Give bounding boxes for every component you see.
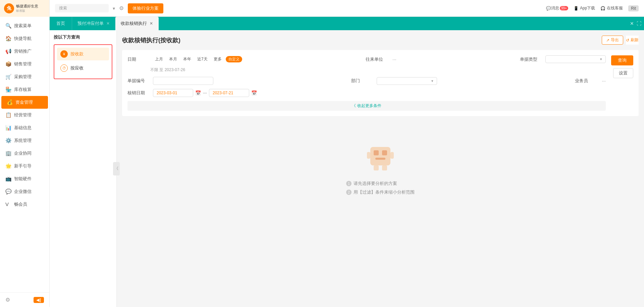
date-options: 上月 本月 本年 近7天 更多 自定义	[153, 56, 242, 63]
tab-advance-label: 预付冲应付单	[77, 20, 104, 27]
app-label: App下载	[580, 5, 595, 11]
sidebar-item-marketing[interactable]: 📢 营销推广	[0, 45, 49, 58]
refresh-button[interactable]: ↺ 刷新	[626, 36, 639, 45]
content-area: 按以下方查询 ¥ 按收款 ⏱ 按应收 《 收款核销执行(按收款) ↗	[50, 30, 644, 307]
date-custom-badge[interactable]: 自定义	[226, 56, 242, 62]
sidebar-item-hardware[interactable]: 📺 智能硬件	[0, 172, 49, 185]
date-option-thismonth[interactable]: 本月	[167, 56, 179, 63]
query-option-receipt[interactable]: ¥ 按收款	[57, 48, 109, 60]
filter-section: 日期 上月 本月 本年 近7天 更多 自定义 往来单位 ···	[122, 50, 639, 116]
topbar-right: 💬 消息 99+ 📱 App下载 🎧 在线客服 Rit	[546, 5, 639, 11]
tab-writeoff-close-icon[interactable]: ✕	[150, 21, 153, 26]
sidebar-item-sales[interactable]: 📦 销售管理	[0, 58, 49, 70]
svg-rect-1	[374, 150, 379, 155]
verify-date-start-input[interactable]	[153, 89, 193, 97]
date-option-7days[interactable]: 近7天	[195, 56, 210, 63]
service-button[interactable]: 🎧 在线客服	[600, 5, 623, 11]
verify-end-calendar-icon[interactable]: 📅	[251, 90, 257, 96]
sidebar-item-label: 畅会员	[14, 201, 27, 207]
tab-advance-close-icon[interactable]: ✕	[106, 21, 110, 26]
page-title: 收款核销执行(按收款)	[122, 36, 602, 44]
sidebar-item-label: 库存核算	[14, 87, 32, 93]
date-option-thisyear[interactable]: 本年	[181, 56, 193, 63]
tab-close-action-icon[interactable]: ✕	[630, 21, 634, 26]
topbar-gear-icon[interactable]: ⚙	[119, 5, 124, 11]
receipt-icon: ¥	[60, 50, 68, 58]
date-option-more[interactable]: 更多	[212, 56, 224, 63]
sidebar-item-operation[interactable]: 📋 经营管理	[0, 109, 49, 121]
sidebar-item-finance[interactable]: 💰 资金管理	[1, 96, 48, 109]
sidebar-item-purchase[interactable]: 🛒 采购管理	[0, 70, 49, 83]
left-panel: 按以下方查询 ¥ 按收款 ⏱ 按应收 《	[50, 30, 117, 307]
guide-icon: 🌟	[5, 163, 11, 169]
sidebar-item-label: 新手引导	[14, 163, 32, 169]
operation-icon: 📋	[5, 112, 11, 118]
sidebar-item-guide[interactable]: 🌟 新手引导	[0, 160, 49, 172]
system-icon: ⚙️	[5, 138, 11, 144]
sidebar-logo: 兔 畅捷通好生意 标准版	[0, 0, 49, 17]
enterprise-icon: 🏢	[5, 150, 11, 156]
dept-select[interactable]: ▾	[377, 77, 437, 85]
app-download-button[interactable]: 📱 App下载	[574, 5, 595, 11]
tab-expand-icon[interactable]: ⛶	[637, 21, 641, 26]
search-icon: 🔍	[5, 23, 11, 29]
counterpart-dots[interactable]: ···	[392, 57, 396, 62]
topbar-dropdown-icon[interactable]: ▾	[113, 6, 115, 11]
verify-date-end-input[interactable]	[209, 89, 249, 97]
sidebar-item-label: 智能硬件	[14, 176, 32, 182]
home-icon: 🏠	[5, 36, 11, 42]
user-avatar[interactable]: Rit	[628, 5, 639, 11]
date-label: 日期	[127, 56, 148, 62]
sidebar-item-label: 资金管理	[15, 99, 33, 105]
message-icon: 💬	[546, 6, 551, 11]
doc-type-select[interactable]: ▾	[545, 55, 606, 63]
settings-icon[interactable]: ⚙	[5, 297, 10, 303]
query-option-receivable[interactable]: ⏱ 按应收	[57, 62, 109, 74]
sidebar-item-quicknav[interactable]: 🏠 快捷导航	[0, 32, 49, 45]
export-icon: ↗	[606, 38, 609, 43]
receivable-icon: ⏱	[60, 64, 68, 72]
query-option-receivable-label: 按应收	[70, 65, 84, 71]
tab-home[interactable]: 首页	[50, 17, 72, 30]
sidebar-item-inventory[interactable]: 🏪 库存核算	[0, 83, 49, 96]
basic-icon: 📊	[5, 125, 11, 131]
query-option-receipt-label: 按收款	[70, 51, 84, 57]
tabs-bar: 首页 预付冲应付单 ✕ 收款核销执行 ✕ ✕ ⛶	[50, 17, 644, 30]
sidebar-collapse-button[interactable]: ◀‖	[34, 297, 44, 303]
sidebar-item-member[interactable]: V 畅会员	[0, 198, 49, 211]
solution-button[interactable]: 体验行业方案	[128, 3, 163, 13]
page-header: 收款核销执行(按收款) ↗ 导出 ↺ 刷新	[122, 36, 639, 45]
verify-start-calendar-icon[interactable]: 📅	[195, 90, 201, 96]
inventory-icon: 🏪	[5, 87, 11, 93]
date-option-lastmonth[interactable]: 上月	[153, 56, 165, 63]
staff-dots[interactable]: ···	[602, 78, 606, 84]
tab-writeoff[interactable]: 收款核销执行 ✕	[115, 17, 159, 30]
doc-no-input[interactable]	[153, 77, 213, 85]
sidebar-item-basic[interactable]: 📊 基础信息	[0, 121, 49, 134]
dept-label: 部门	[351, 78, 371, 84]
tab-writeoff-label: 收款核销执行	[121, 20, 147, 27]
message-button[interactable]: 💬 消息 99+	[546, 5, 568, 11]
doc-type-label: 单据类型	[520, 56, 540, 62]
svg-rect-7	[382, 165, 387, 170]
empty-illustration	[360, 140, 400, 174]
logo-text: 畅捷通好生意	[16, 4, 38, 8]
query-button[interactable]: 查询	[611, 55, 633, 65]
settings-button[interactable]: 设置	[613, 68, 633, 78]
export-button[interactable]: ↗ 导出	[602, 36, 623, 45]
message-label: 消息	[551, 5, 559, 11]
collapse-icon: 《	[352, 103, 356, 109]
empty-tips: 1 请先选择要分析的方案 2 用【过滤】条件来缩小分析范围	[346, 181, 415, 198]
collapse-more-button[interactable]: 《 收起更多条件	[127, 101, 606, 111]
sidebar: 兔 畅捷通好生意 标准版 🔍 搜索菜单 🏠 快捷导航 📢 营销推广 📦 销售管理…	[0, 0, 50, 307]
tab-advance[interactable]: 预付冲应付单 ✕	[72, 17, 115, 30]
sidebar-item-search[interactable]: 🔍 搜索菜单	[0, 19, 49, 32]
hardware-icon: 📺	[5, 176, 11, 182]
sidebar-item-wechat[interactable]: 💬 企业微信	[0, 185, 49, 198]
sidebar-item-system[interactable]: ⚙️ 系统管理	[0, 134, 49, 147]
panel-collapse-arrow[interactable]: 《	[113, 162, 120, 175]
empty-tip-1: 1 请先选择要分析的方案	[346, 181, 415, 187]
sidebar-item-label: 企业协同	[14, 150, 32, 156]
svg-rect-5	[390, 152, 394, 159]
sidebar-item-enterprise[interactable]: 🏢 企业协同	[0, 147, 49, 160]
